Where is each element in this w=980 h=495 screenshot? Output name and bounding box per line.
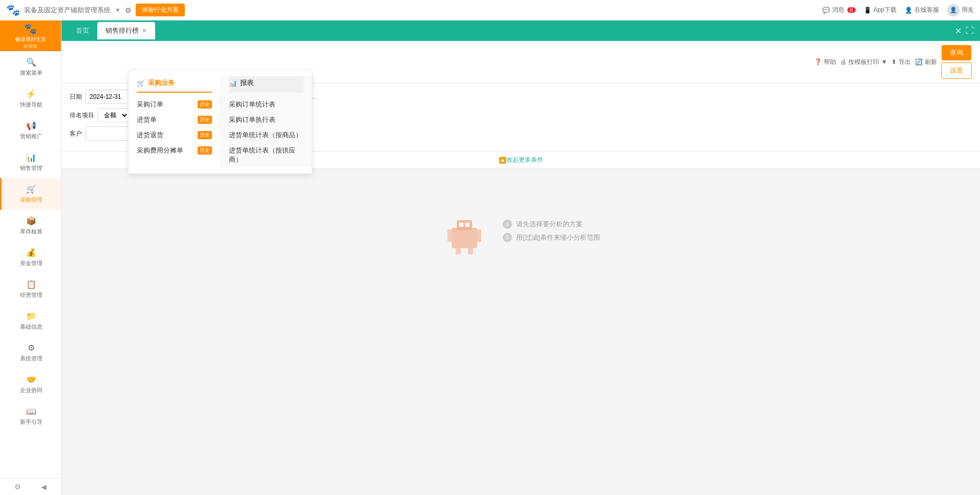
dropdown-report-col: 📊 报表 采购订单统计表 采购订单执行表 进货单统计表（按商品）: [220, 76, 312, 167]
dropdown-item-stock-in[interactable]: 进货单 历史: [137, 112, 212, 127]
dropdown-chevron[interactable]: ▼: [115, 7, 121, 14]
industry-btn[interactable]: 体验行业方案: [136, 4, 185, 16]
collapse-up-icon: 🔼: [499, 157, 506, 164]
help-btn[interactable]: ❓ 帮助: [814, 58, 836, 67]
content-area: 首页 销售排行榜 ✕ ✕ ⛶ ❓ 帮助 🖨 按模板打印: [61, 20, 980, 495]
tab-home-label: 首页: [76, 27, 89, 34]
sidebar-item-purchase[interactable]: 🛒 采购管理: [0, 178, 61, 210]
sidebar-item-marketing[interactable]: 📢 营销推广: [0, 115, 61, 146]
app-download-btn[interactable]: 📱 App下载: [864, 6, 897, 14]
refresh-btn[interactable]: 🔄 刷新: [915, 58, 937, 67]
svg-rect-0: [452, 228, 477, 248]
user-label: 用友: [962, 6, 974, 14]
sidebar-item-sales[interactable]: 📊 销售管理: [0, 146, 61, 178]
purchase-exec-label: 采购订单执行表: [229, 115, 275, 124]
basic-info-icon: 📁: [26, 311, 36, 321]
top-bar-left: 🐾 装备及固定资产辅助管理系统 ▼ ⚙ 体验行业方案: [6, 4, 185, 17]
dropdown-grid: 🛒 采购业务 采购订单 历史 进货单 历史 进货退货: [129, 76, 312, 167]
sidebar-item-cooperation[interactable]: 🤝 企业协同: [0, 369, 61, 400]
online-service-label: 在线客服: [914, 6, 939, 14]
sidebar-bottom: ⚙ ◀: [0, 478, 61, 495]
svg-rect-1: [457, 220, 472, 230]
dropdown-purchase-header: 🛒 采购业务: [137, 76, 212, 93]
sidebar-settings-btn[interactable]: ⚙: [14, 483, 21, 491]
avatar: 👤: [947, 4, 960, 16]
system-label: 系统管理: [20, 355, 42, 362]
logo-label: 畅捷通好生意: [15, 36, 46, 43]
settings-icon-top[interactable]: ⚙: [125, 6, 132, 14]
sidebar-item-guide[interactable]: 📖 新手引导: [0, 400, 61, 432]
finance-icon: 💰: [26, 248, 36, 257]
query-setting-group: 查询 设置: [941, 45, 972, 79]
dropdown-item-purchase-stat[interactable]: 采购订单统计表: [229, 97, 304, 112]
cost-label: 采购费用分摊单: [137, 146, 183, 155]
quick-nav-icon: ⚡: [26, 89, 36, 99]
print-template-btn[interactable]: 🖨 按模板打印 ▼: [840, 58, 887, 67]
purchase-header-icon: 🛒: [137, 79, 145, 87]
service-icon: 👤: [905, 7, 912, 14]
empty-tip-1: ① 请先选择要分析的方案: [503, 220, 600, 229]
dropdown-item-purchase-order[interactable]: 采购订单 历史: [137, 97, 212, 112]
finance-label: 资金管理: [20, 260, 42, 267]
collapse-text: 收起更多条件: [506, 156, 543, 164]
dropdown-item-cost[interactable]: 采购费用分摊单 历史: [137, 143, 212, 158]
stock-stat-supplier-label: 进货单统计表（按供应商）: [229, 146, 304, 164]
sidebar-collapse-btn[interactable]: ◀: [41, 483, 47, 491]
svg-rect-3: [465, 223, 470, 227]
logo-sub: 标准版: [24, 43, 37, 50]
svg-rect-7: [468, 248, 473, 254]
filter-rank: 排名项目 金额: [70, 108, 129, 122]
system-icon: ⚙: [28, 343, 35, 353]
rank-select[interactable]: 金额: [97, 108, 129, 122]
sidebar-item-system[interactable]: ⚙ 系统管理: [0, 337, 61, 369]
empty-state: ① 请先选择要分析的方案 ② 用[过滤]条件来缩小分析范围: [61, 169, 980, 297]
message-btn[interactable]: 💬 消息 6: [822, 6, 856, 14]
hist-badge-stock-in: 历史: [198, 116, 212, 124]
logo-icon-top: 🐾: [6, 4, 20, 17]
export-btn[interactable]: ⬆ 导出: [891, 58, 911, 67]
dropdown-item-stock-stat-supplier[interactable]: 进货单统计表（按供应商）: [229, 143, 304, 167]
top-bar-right: 💬 消息 6 📱 App下载 👤 在线客服 👤 用友: [822, 4, 974, 16]
hist-badge-return: 历史: [198, 131, 212, 139]
product-dots[interactable]: ...: [312, 93, 317, 100]
sidebar-item-basic-info[interactable]: 📁 基础信息: [0, 305, 61, 337]
setting-btn[interactable]: 设置: [941, 62, 972, 79]
tip-text-2: 用[过滤]条件来缩小分析范围: [516, 233, 600, 242]
dropdown-item-return[interactable]: 进货退货 历史: [137, 127, 212, 143]
hist-badge-cost: 历史: [198, 146, 212, 155]
sidebar-item-inventory[interactable]: 📦 库存核算: [0, 210, 61, 242]
tip-text-1: 请先选择要分析的方案: [516, 220, 583, 229]
logo-area: 🐾 畅捷通好生意 标准版: [0, 20, 61, 51]
print-icon: 🖨: [840, 58, 846, 66]
sidebar-item-quick-nav[interactable]: ⚡ 快捷导航: [0, 83, 61, 115]
stock-stat-product-label: 进货单统计表（按商品）: [229, 131, 302, 140]
tab-home[interactable]: 首页: [68, 22, 97, 39]
tab-expand-btn[interactable]: ⛶: [966, 26, 974, 35]
report-header-icon: 📊: [229, 79, 237, 87]
sidebar-item-finance[interactable]: 💰 资金管理: [0, 242, 61, 273]
dropdown-item-stock-stat-product[interactable]: 进货单统计表（按商品）: [229, 127, 304, 143]
query-btn[interactable]: 查询: [942, 45, 971, 60]
tab-sales-ranking-label: 销售排行榜: [105, 26, 139, 35]
empty-content: ① 请先选择要分析的方案 ② 用[过滤]条件来缩小分析范围: [441, 210, 600, 256]
main-layout: 🐾 畅捷通好生意 标准版 🔍 搜索菜单 ⚡ 快捷导航 📢 营销推广 📊 销售管理: [0, 20, 980, 495]
online-service-btn[interactable]: 👤 在线客服: [905, 6, 939, 14]
sidebar-item-search-menu[interactable]: 🔍 搜索菜单: [0, 51, 61, 83]
top-bar: 🐾 装备及固定资产辅助管理系统 ▼ ⚙ 体验行业方案 💬 消息 6 📱 App下…: [0, 0, 980, 20]
tab-bar: 首页 销售排行榜 ✕ ✕ ⛶: [61, 20, 980, 41]
tab-close-all-btn[interactable]: ✕: [955, 26, 962, 36]
guide-label: 新手引导: [20, 418, 42, 426]
dropdown-item-purchase-exec[interactable]: 采购订单执行表: [229, 112, 304, 127]
tab-sales-ranking[interactable]: 销售排行榜 ✕: [97, 22, 155, 39]
marketing-icon: 📢: [26, 121, 36, 131]
sidebar-item-operations[interactable]: 📋 经营管理: [0, 273, 61, 305]
quick-nav-label: 快捷导航: [20, 101, 42, 109]
operations-label: 经营管理: [20, 291, 42, 299]
app-download-label: App下载: [874, 6, 897, 14]
export-icon: ⬆: [891, 58, 897, 66]
tab-close-btn[interactable]: ✕: [142, 27, 147, 34]
sidebar-menu: 🔍 搜索菜单 ⚡ 快捷导航 📢 营销推广 📊 销售管理 🛒 采购管理 📦: [0, 51, 61, 478]
purchase-icon: 🛒: [26, 184, 36, 194]
stock-in-label: 进货单: [137, 115, 157, 124]
user-btn[interactable]: 👤 用友: [947, 4, 974, 16]
